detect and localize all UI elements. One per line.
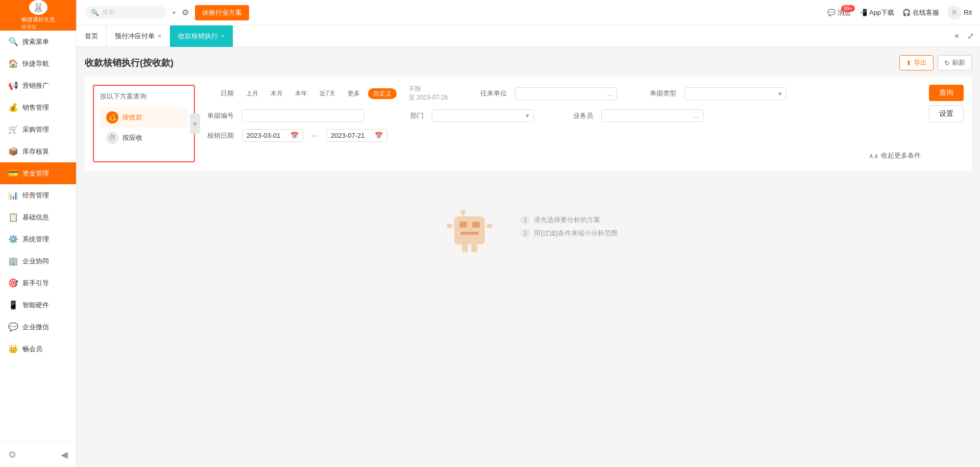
verif-date-end-input[interactable]: 2023-07-21 📅 <box>326 129 387 142</box>
sidebar-logo: 🐰 畅捷通好生意 标准版 <box>0 0 76 31</box>
sidebar-item-basic[interactable]: 📋 基础信息 <box>0 206 76 228</box>
doc-type-select[interactable]: ▾ <box>684 87 787 100</box>
logo-text: 畅捷通好生意 标准版 <box>21 16 55 31</box>
svg-rect-1 <box>459 222 467 228</box>
top-header: 🔍 搜索 ▾ ⚙ 休验行业方案 💬 消息 99+ 📲 App下载 🎧 在线客服 <box>77 0 980 26</box>
sidebar-item-inventory[interactable]: 📦 库存核算 <box>0 140 76 162</box>
filter-option-receivable[interactable]: ⏱ 按应收 <box>100 128 188 148</box>
filter-row-3: 核销日期 2023-03-01 📅 — 2023-07-21 📅 <box>203 129 921 142</box>
date-options-group: 上月 本月 本年 近7天 更多 自定义 <box>242 88 397 99</box>
date-btn-thisyear[interactable]: 本年 <box>291 88 311 99</box>
content-area: 收款核销执行(按收款) ⬆ 导出 ↻ 刷新 按以下方案查询 💰 按收款 <box>77 47 980 467</box>
tab-close-prepay-icon[interactable]: × <box>158 33 161 40</box>
settings-footer-icon[interactable]: ⚙ <box>8 449 16 460</box>
empty-illustration <box>439 201 500 252</box>
page-header: 收款核销执行(按收款) ⬆ 导出 ↻ 刷新 <box>85 55 972 70</box>
setting-button[interactable]: 设置 <box>929 105 964 122</box>
staff-input[interactable]: ... <box>601 109 703 122</box>
date-btn-custom[interactable]: 自定义 <box>368 88 397 99</box>
tab-bar-right: × ⤢ <box>952 29 980 43</box>
query-button[interactable]: 查询 <box>929 85 964 101</box>
sidebar-item-quick[interactable]: 🏠 快捷导航 <box>0 53 76 75</box>
avatar: R <box>947 6 962 20</box>
filter-right-panel: 日期 上月 本月 本年 近7天 更多 自定义 不 <box>203 85 964 162</box>
doc-number-input[interactable] <box>242 109 364 122</box>
svg-point-8 <box>460 210 465 215</box>
customer-service-button[interactable]: 🎧 在线客服 <box>902 8 939 17</box>
date-label: 日期 <box>203 89 234 98</box>
app-download-button[interactable]: 📲 App下载 <box>859 8 894 17</box>
sidebar-item-wechat[interactable]: 💬 企业微信 <box>0 316 76 338</box>
page-title: 收款核销执行(按收款) <box>85 57 174 69</box>
tab-close-collection-icon[interactable]: × <box>221 33 225 40</box>
collapse-sidebar-icon[interactable]: ◀ <box>61 449 68 460</box>
partner-dots-icon: ... <box>607 90 613 97</box>
tab-close-all-icon[interactable]: × <box>952 30 961 43</box>
list-icon: 📋 <box>8 212 18 222</box>
svg-rect-2 <box>472 222 480 228</box>
staff-dots-icon: ... <box>693 112 699 119</box>
empty-tip-1: 1 请先选择要分析的方案 <box>521 215 617 225</box>
filter-panel: 按以下方案查询 💰 按收款 ⏱ 按应收 » 日期 <box>85 77 972 170</box>
sidebar-item-search[interactable]: 🔍 搜索菜单 <box>0 31 76 53</box>
date-btn-lastmonth[interactable]: 上月 <box>242 88 262 99</box>
chat-icon: 💬 <box>8 322 18 332</box>
date-btn-7days[interactable]: 近7天 <box>315 88 339 99</box>
sidebar-item-system[interactable]: ⚙️ 系统管理 <box>0 228 76 250</box>
collapse-icon: ∧∧ <box>869 152 879 160</box>
refresh-button[interactable]: ↻ 刷新 <box>938 55 972 70</box>
sidebar-footer: ⚙ ◀ <box>0 441 76 467</box>
doc-type-label: 单据类型 <box>646 89 676 98</box>
cart-icon: 🛒 <box>8 125 18 134</box>
message-button[interactable]: 💬 消息 99+ <box>827 8 851 17</box>
filter-left-panel: 按以下方案查询 💰 按收款 ⏱ 按应收 » <box>93 85 195 162</box>
partner-label: 往来单位 <box>476 89 507 98</box>
filter-left-title: 按以下方案查询 <box>100 92 188 101</box>
sidebar-item-operation[interactable]: 📊 经营管理 <box>0 184 76 206</box>
export-button[interactable]: ⬆ 导出 <box>899 55 934 70</box>
partner-input[interactable]: ... <box>515 87 617 100</box>
filter-option-receipt[interactable]: 💰 按收款 <box>100 107 188 128</box>
date-btn-thismonth[interactable]: 本月 <box>266 88 287 99</box>
industry-solution-button[interactable]: 休验行业方案 <box>195 5 249 20</box>
dept-label: 部门 <box>393 111 424 120</box>
export-icon: ⬆ <box>906 59 912 67</box>
gear-settings-icon[interactable]: ⚙ <box>182 8 189 17</box>
phone-icon: 📱 <box>8 300 18 310</box>
chevron-down-icon: ▾ <box>778 90 782 97</box>
collapse-more-conditions[interactable]: ∧∧ 收起更多条件 <box>203 149 921 162</box>
calendar-end-icon: 📅 <box>375 132 383 139</box>
dept-select[interactable]: ▾ <box>432 109 534 122</box>
svg-rect-5 <box>486 224 493 228</box>
sidebar-item-guide[interactable]: 🎯 新手引导 <box>0 272 76 294</box>
sidebar-item-member[interactable]: 👑 畅会员 <box>0 338 76 360</box>
tab-home[interactable]: 首页 <box>77 26 107 47</box>
staff-label: 业务员 <box>562 111 593 120</box>
sidebar-item-hardware[interactable]: 📱 智能硬件 <box>0 294 76 316</box>
receivable-icon: ⏱ <box>106 132 118 144</box>
svg-rect-0 <box>454 216 485 244</box>
tab-collection[interactable]: 收款核销执行 × <box>170 26 233 47</box>
tab-prepay[interactable]: 预付冲应付单 × <box>107 26 170 47</box>
header-right: 💬 消息 99+ 📲 App下载 🎧 在线客服 R Rit <box>827 6 972 20</box>
collapse-filter-left-icon[interactable]: » <box>190 113 200 134</box>
crown-icon: 👑 <box>8 344 18 354</box>
filter-row-2: 单据编号 部门 ▾ 业务员 ... <box>203 109 921 122</box>
target-icon: 🎯 <box>8 278 18 288</box>
tab-expand-icon[interactable]: ⤢ <box>965 29 976 43</box>
sidebar-item-sales[interactable]: 💰 销售管理 <box>0 96 76 118</box>
verif-date-start-input[interactable]: 2023-03-01 📅 <box>242 129 303 142</box>
header-search-bar[interactable]: 🔍 搜索 <box>85 6 166 19</box>
filter-row-1: 日期 上月 本月 本年 近7天 更多 自定义 不 <box>203 85 921 102</box>
sidebar-item-finance[interactable]: 💳 资金管理 <box>0 162 76 184</box>
sidebar-item-enterprise[interactable]: 🏢 企业协同 <box>0 250 76 272</box>
date-separator: — <box>311 132 318 139</box>
date-btn-more[interactable]: 更多 <box>344 88 364 99</box>
dropdown-arrow-icon[interactable]: ▾ <box>173 9 176 16</box>
sidebar-item-marketing[interactable]: 📢 营销推广 <box>0 75 76 96</box>
filter-fields-and-actions: 日期 上月 本月 本年 近7天 更多 自定义 不 <box>203 85 964 162</box>
sidebar-item-purchase[interactable]: 🛒 采购管理 <box>0 118 76 140</box>
dept-chevron-icon: ▾ <box>526 112 529 119</box>
user-avatar[interactable]: R Rit <box>947 6 972 20</box>
header-left: 🔍 搜索 ▾ ⚙ 休验行业方案 <box>85 5 249 20</box>
